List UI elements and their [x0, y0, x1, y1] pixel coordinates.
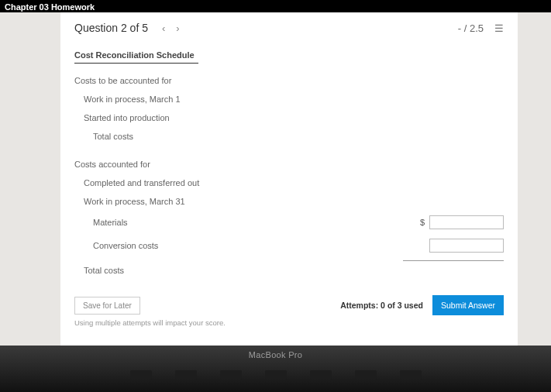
- function-key: [175, 370, 197, 380]
- function-key: [355, 370, 377, 380]
- costs-to-account-heading: Costs to be accounted for: [74, 71, 504, 90]
- attempts-label: Attempts: 0 of 3 used: [340, 301, 423, 310]
- conversion-costs-label: Conversion costs: [93, 241, 403, 250]
- function-key: [400, 370, 422, 380]
- page-title: Chapter 03 Homework: [5, 2, 95, 12]
- costs-accounted-heading: Costs accounted for: [74, 155, 504, 174]
- function-key: [130, 370, 152, 380]
- points-display: - / 2.5: [458, 22, 484, 34]
- conversion-costs-input[interactable]: [429, 239, 504, 253]
- started-production-row: Started into production: [74, 108, 504, 127]
- function-key: [220, 370, 242, 380]
- footer-actions: Save for Later Attempts: 0 of 3 used Sub…: [60, 287, 518, 317]
- wip-march1-row: Work in process, March 1: [74, 90, 504, 108]
- laptop-bezel: MacBook Pro: [0, 346, 551, 392]
- question-card: Question 2 of 5 ‹ › - / 2.5 ☰ Cost Recon…: [60, 12, 518, 346]
- conversion-costs-row: Conversion costs: [74, 234, 504, 257]
- completed-transferred-row: Completed and transferred out: [74, 174, 504, 192]
- question-list-icon[interactable]: ☰: [494, 22, 504, 34]
- materials-label: Materials: [93, 218, 403, 227]
- prev-question-button[interactable]: ‹: [162, 22, 165, 34]
- app-area: Question 2 of 5 ‹ › - / 2.5 ☰ Cost Recon…: [0, 12, 551, 346]
- function-key: [265, 370, 287, 380]
- total-costs-row-2: Total costs: [74, 261, 504, 280]
- browser-tab-bar: Chapter 03 Homework: [0, 0, 551, 12]
- function-key: [310, 370, 332, 380]
- total-costs-row-1: Total costs: [74, 127, 504, 146]
- question-number: Question 2 of 5: [74, 22, 148, 34]
- macbook-label: MacBook Pro: [249, 346, 302, 359]
- submit-answer-button[interactable]: Submit Answer: [432, 295, 504, 315]
- question-header: Question 2 of 5 ‹ › - / 2.5 ☰: [60, 12, 518, 43]
- keyboard-fn-row: [130, 370, 422, 380]
- question-body: Cost Reconciliation Schedule Costs to be…: [60, 43, 518, 287]
- question-nav: ‹ ›: [162, 22, 180, 34]
- next-question-button[interactable]: ›: [176, 22, 179, 34]
- materials-input[interactable]: [429, 215, 504, 229]
- attempts-hint: Using multiple attempts will impact your…: [60, 317, 518, 328]
- save-for-later-button[interactable]: Save for Later: [74, 297, 140, 315]
- wip-march31-row: Work in process, March 31: [74, 192, 504, 211]
- dollar-sign: $: [420, 218, 425, 227]
- materials-row: Materials $: [74, 211, 504, 234]
- schedule-title: Cost Reconciliation Schedule: [74, 46, 198, 64]
